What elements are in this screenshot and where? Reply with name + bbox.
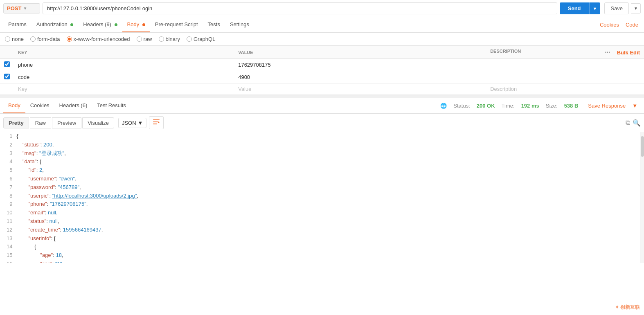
method-selector[interactable]: POST ▼ xyxy=(3,3,40,14)
tab-settings[interactable]: Settings xyxy=(225,17,254,32)
row1-value[interactable]: 17629708175 xyxy=(234,59,486,71)
response-tabs: Body Cookies Headers (6) Test Results 🌐 … xyxy=(0,98,644,114)
row2-description[interactable] xyxy=(486,71,644,83)
th-key: KEY xyxy=(14,46,234,59)
table-row: code 4900 xyxy=(0,71,644,83)
th-description: DESCRIPTION ··· Bulk Edit xyxy=(486,46,644,59)
placeholder-key[interactable]: Key xyxy=(14,83,234,95)
response-status-bar: 🌐 Status: 200 OK Time: 192 ms Size: 538 … xyxy=(437,99,641,112)
radio-form-data[interactable]: form-data xyxy=(30,36,60,42)
resp-tab-cookies[interactable]: Cookies xyxy=(25,98,54,113)
body-dot xyxy=(142,23,145,26)
row2-checkbox[interactable] xyxy=(4,74,10,79)
view-raw-button[interactable]: Raw xyxy=(30,117,51,128)
radio-binary-icon xyxy=(159,36,164,42)
radio-raw[interactable]: raw xyxy=(137,36,152,42)
cookies-link[interactable]: Cookies xyxy=(597,18,621,32)
table-row-placeholder: Key Value Description xyxy=(0,83,644,95)
send-button-group: Send ▼ xyxy=(560,2,601,14)
format-selector[interactable]: JSON ▼ xyxy=(118,118,147,128)
row2-key[interactable]: code xyxy=(14,71,234,83)
body-type-bar: none form-data x-www-form-urlencoded raw… xyxy=(0,33,644,46)
row1-description[interactable] xyxy=(486,59,644,71)
search-button[interactable]: 🔍 xyxy=(633,119,641,127)
resp-tab-test-results[interactable]: Test Results xyxy=(92,98,131,113)
request-params-table: KEY VALUE DESCRIPTION ··· Bulk Edit phon… xyxy=(0,46,644,95)
radio-raw-icon xyxy=(137,36,142,42)
request-tabs: Params Authorization Headers (9) Body Pr… xyxy=(0,17,644,33)
headers-dot xyxy=(115,23,117,26)
tab-authorization[interactable]: Authorization xyxy=(32,17,79,32)
radio-urlencoded[interactable]: x-www-form-urlencoded xyxy=(67,36,130,42)
url-input[interactable] xyxy=(43,2,557,14)
resp-tab-body[interactable]: Body xyxy=(3,98,25,113)
row2-checkbox-cell[interactable] xyxy=(0,71,14,83)
svg-rect-2 xyxy=(153,124,157,124)
line-numbers: 123456789101112131415161718192021 xyxy=(0,132,16,263)
row1-checkbox-cell[interactable] xyxy=(0,59,14,71)
response-code-area: 123456789101112131415161718192021 { "sta… xyxy=(0,132,644,263)
radio-graphql[interactable]: GraphQL xyxy=(187,36,215,42)
time-label: Time: xyxy=(502,103,515,109)
row1-key[interactable]: phone xyxy=(14,59,234,71)
radio-form-data-icon xyxy=(30,36,36,42)
globe-icon: 🌐 xyxy=(440,103,447,109)
section-divider xyxy=(0,95,644,98)
scrollbar-thumb[interactable] xyxy=(641,136,644,157)
view-pretty-button[interactable]: Pretty xyxy=(3,117,29,128)
placeholder-description[interactable]: Description xyxy=(486,83,644,95)
placeholder-value[interactable]: Value xyxy=(234,83,486,95)
radio-none[interactable]: none xyxy=(5,36,24,42)
radio-none-icon xyxy=(5,36,10,42)
tab-headers[interactable]: Headers (9) xyxy=(78,17,122,32)
format-arrow-icon: ▼ xyxy=(138,120,143,126)
status-value: 200 OK xyxy=(477,103,495,109)
tab-right-actions: Cookies Code xyxy=(597,18,641,32)
size-label: Size: xyxy=(546,103,558,109)
time-value: 192 ms xyxy=(521,103,539,109)
bulk-edit-button[interactable]: Bulk Edit xyxy=(617,50,640,56)
response-toolbar: Pretty Raw Preview Visualize JSON ▼ ⧉ 🔍 xyxy=(0,114,644,132)
save-response-arrow[interactable]: ▼ xyxy=(632,103,637,109)
send-dropdown-button[interactable]: ▼ xyxy=(589,2,601,14)
scrollbar-track[interactable] xyxy=(640,132,644,263)
method-arrow-icon: ▼ xyxy=(23,6,27,11)
table-row: phone 17629708175 xyxy=(0,59,644,71)
copy-button[interactable]: ⧉ xyxy=(626,119,630,127)
resp-tab-headers[interactable]: Headers (6) xyxy=(54,98,92,113)
radio-graphql-icon xyxy=(187,36,192,42)
svg-rect-0 xyxy=(153,119,160,120)
wrap-button[interactable] xyxy=(149,116,164,129)
code-link[interactable]: Code xyxy=(623,18,641,32)
tab-tests[interactable]: Tests xyxy=(203,17,225,32)
row1-checkbox[interactable] xyxy=(4,61,10,67)
svg-rect-1 xyxy=(153,122,158,122)
save-response-button[interactable]: Save Response xyxy=(588,103,626,109)
method-label: POST xyxy=(7,5,21,11)
resp-toolbar-right: ⧉ 🔍 xyxy=(626,119,641,127)
send-button[interactable]: Send xyxy=(560,2,589,14)
view-visualize-button[interactable]: Visualize xyxy=(82,117,114,128)
wrap-icon xyxy=(153,119,160,125)
code-content: { "status": 200, "msg": "登录成功", "data": … xyxy=(16,132,640,263)
size-value: 538 B xyxy=(564,103,579,109)
top-bar: POST ▼ Send ▼ Save ▼ xyxy=(0,0,644,17)
authorization-dot xyxy=(70,23,73,26)
th-value: VALUE xyxy=(234,46,486,59)
th-checkbox xyxy=(0,46,14,59)
row2-value[interactable]: 4900 xyxy=(234,71,486,83)
more-options-icon[interactable]: ··· xyxy=(605,49,610,56)
radio-urlencoded-icon xyxy=(67,36,72,42)
radio-binary[interactable]: binary xyxy=(159,36,180,42)
save-dropdown-button[interactable]: ▼ xyxy=(631,3,641,14)
tab-pre-request[interactable]: Pre-request Script xyxy=(150,17,203,32)
view-preview-button[interactable]: Preview xyxy=(52,117,81,128)
code-scroll-area[interactable]: 123456789101112131415161718192021 { "sta… xyxy=(0,132,640,263)
save-button[interactable]: Save xyxy=(604,2,629,14)
tab-params[interactable]: Params xyxy=(3,17,32,32)
status-label: Status: xyxy=(453,103,470,109)
tab-body[interactable]: Body xyxy=(122,17,150,32)
